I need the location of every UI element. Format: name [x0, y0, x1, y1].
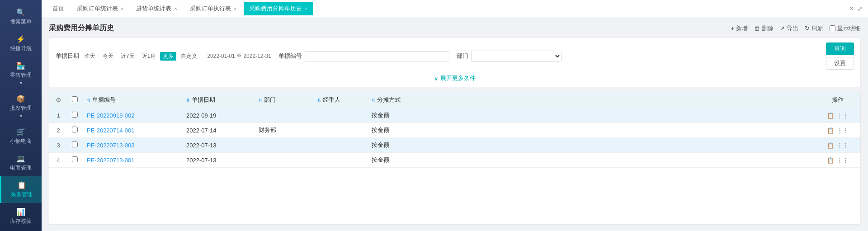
col-label: 分摊方式	[377, 96, 401, 103]
col-header-order-no: ⇅ 单据编号	[82, 92, 182, 108]
dept-cell: 财务部	[254, 123, 313, 138]
quick-date-today[interactable]: 今天	[100, 52, 116, 61]
sidebar-item-wholesale[interactable]: 📦 批发管理 ▾	[0, 90, 42, 123]
tab-close-icon[interactable]: ×	[121, 6, 123, 11]
order-no-input[interactable]	[305, 51, 449, 61]
sidebar-item-label: 批发管理	[10, 104, 32, 112]
tab-purchase-order-stats[interactable]: 采购订单统计表 ×	[71, 2, 129, 15]
select-all-checkbox[interactable]	[72, 96, 78, 102]
action-cell: 📋 ⋮⋮	[815, 108, 860, 123]
table-row: 3 PE-20220713-003 2022-07-13 按金额	[49, 138, 860, 153]
show-columns-checkbox[interactable]	[830, 25, 835, 31]
table-row: 1 PE-20220919-002 2022-09-19 按金额	[49, 108, 860, 123]
col-header-dept: ⇅ 部门	[254, 92, 313, 108]
refresh-button[interactable]: ↻ 刷新	[805, 24, 823, 33]
order-no-link[interactable]: PE-20220714-001	[87, 127, 135, 134]
order-no-link[interactable]: PE-20220713-001	[87, 157, 135, 164]
tab-label: 采购订单执行表	[190, 5, 231, 13]
filter-settings-button[interactable]: 设置	[826, 57, 854, 70]
row-checkbox[interactable]	[72, 127, 78, 132]
view-icon[interactable]: 📋	[827, 127, 834, 134]
sidebar-item-label: 小畅电商	[10, 137, 32, 145]
dept-label: 部门	[457, 52, 468, 60]
dept-cell	[254, 108, 313, 123]
table-settings-icon[interactable]: ⚙	[56, 96, 61, 104]
row-actions: 📋 ⋮⋮	[820, 157, 856, 164]
dept-select[interactable]: 财务部	[471, 51, 561, 62]
mini-shop-icon: 🛒	[16, 127, 25, 136]
col-header-split-method: ⇅ 分摊方式	[367, 92, 815, 108]
tab-purchase-cost-history[interactable]: 采购费用分摊单历史 ×	[244, 2, 313, 15]
row-checkbox[interactable]	[72, 112, 78, 118]
order-no-cell: PE-20220713-003	[82, 138, 182, 153]
tab-label: 采购费用分摊单历史	[249, 5, 302, 13]
more-icon[interactable]: ⋮⋮	[837, 112, 849, 119]
sidebar-item-label: 搜索菜单	[10, 18, 32, 26]
search-button[interactable]: 查询	[826, 42, 854, 55]
action-cell: 📋 ⋮⋮	[815, 138, 860, 153]
order-no-cell: PE-20220919-002	[82, 108, 182, 123]
sidebar-item-label: 采购管理	[11, 191, 33, 198]
delete-icon: 🗑	[754, 25, 760, 32]
filter-expand-row: ∨ 展开更多条件	[56, 71, 854, 82]
dept-filter-group: 部门 财务部	[457, 51, 561, 62]
row-checkbox-cell	[67, 138, 82, 153]
date-range-display: 2022-01-01 至 2022-12-31	[207, 52, 271, 60]
sidebar-item-mini-shop[interactable]: 🛒 小畅电商	[0, 123, 42, 150]
sidebar-item-ecommerce[interactable]: 💻 电商管理	[0, 150, 42, 176]
dept-cell	[254, 153, 313, 168]
col-label: 经手人	[323, 96, 340, 103]
view-icon[interactable]: 📋	[827, 157, 834, 164]
tab-home[interactable]: 首页	[47, 2, 70, 15]
sidebar-item-inventory[interactable]: 📊 库存核算	[0, 203, 42, 230]
sidebar-item-label: 电商管理	[10, 164, 32, 172]
quick-date-1month[interactable]: 近1月	[139, 52, 159, 61]
order-no-cell: PE-20220713-001	[82, 153, 182, 168]
expand-filter-button[interactable]: ∨ 展开更多条件	[434, 74, 476, 82]
row-checkbox[interactable]	[72, 156, 78, 162]
action-cell: 📋 ⋮⋮	[815, 153, 860, 168]
split-method-cell: 按金额	[367, 138, 815, 153]
table-row: 2 PE-20220714-001 2022-07-14 财务部 按金额	[49, 123, 860, 138]
tab-close-icon[interactable]: ×	[174, 6, 177, 11]
sidebar-item-search[interactable]: 🔍 搜索菜单	[0, 4, 42, 30]
delete-button[interactable]: 🗑 删除	[754, 24, 774, 33]
tab-close-icon[interactable]: ×	[234, 6, 236, 11]
export-button[interactable]: ↗ 导出	[780, 24, 798, 33]
view-icon[interactable]: 📋	[827, 142, 834, 149]
quick-date-more[interactable]: 更多	[160, 52, 176, 61]
quick-date-7days[interactable]: 近7天	[118, 52, 137, 61]
row-actions: 📋 ⋮⋮	[820, 112, 856, 119]
header-actions: + 新增 🗑 删除 ↗ 导出 ↻ 刷新 显示明细	[731, 24, 861, 33]
col-header-action: 操作	[815, 92, 860, 108]
sidebar-item-retail[interactable]: 🏪 零售管理 ▾	[0, 57, 42, 90]
window-close-button[interactable]: ×	[849, 5, 854, 13]
data-table: ⚙ ⇅ 单据编号 ⇅ 单据日期	[49, 92, 860, 168]
view-icon[interactable]: 📋	[827, 112, 834, 119]
sidebar: 🔍 搜索菜单 ⚡ 快捷导航 🏪 零售管理 ▾ 📦 批发管理 ▾ 🛒 小畅电商 💻…	[0, 0, 42, 231]
row-checkbox[interactable]	[72, 141, 78, 147]
tab-home-label: 首页	[52, 5, 64, 13]
tab-purchase-order-exec[interactable]: 采购订单执行表 ×	[184, 2, 242, 15]
add-button[interactable]: + 新增	[731, 24, 748, 33]
order-no-link[interactable]: PE-20220919-002	[87, 112, 135, 119]
quick-date-custom[interactable]: 自定义	[178, 52, 200, 61]
tab-incoming-stats[interactable]: 进货单统计表 ×	[131, 2, 182, 15]
col-header-handler: ⇅ 经手人	[313, 92, 367, 108]
quick-date-yesterday[interactable]: 昨天	[82, 52, 98, 61]
sidebar-item-purchase[interactable]: 📋 采购管理	[0, 176, 42, 203]
more-icon[interactable]: ⋮⋮	[837, 127, 849, 134]
col-header-settings[interactable]: ⚙	[49, 92, 67, 108]
sidebar-item-quick-nav[interactable]: ⚡ 快捷导航	[0, 30, 42, 57]
tab-close-icon[interactable]: ×	[305, 6, 307, 11]
window-maximize-button[interactable]: ⤢	[857, 5, 863, 12]
order-no-filter-group: 单据编号	[278, 51, 449, 61]
more-icon[interactable]: ⋮⋮	[837, 157, 849, 164]
date-cell: 2022-07-13	[182, 138, 254, 153]
more-icon[interactable]: ⋮⋮	[837, 142, 849, 149]
show-columns-toggle[interactable]: 显示明细	[830, 24, 861, 33]
table-body: 1 PE-20220919-002 2022-09-19 按金额	[49, 108, 860, 168]
main-content: 首页 采购订单统计表 × 进货单统计表 × 采购订单执行表 × 采购费用分摊单历…	[42, 0, 868, 231]
order-no-link[interactable]: PE-20220713-003	[87, 142, 135, 149]
row-number: 2	[49, 123, 67, 138]
